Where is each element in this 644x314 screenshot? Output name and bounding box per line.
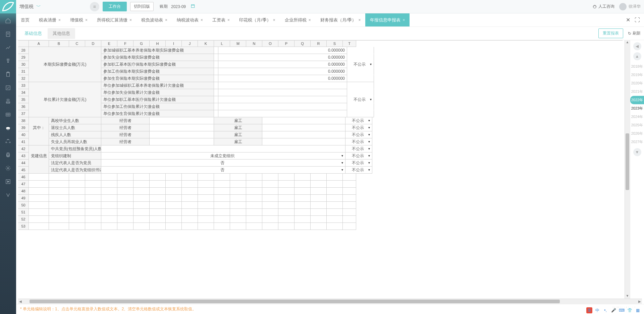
empty-cell[interactable] xyxy=(29,223,49,230)
empty-cell[interactable] xyxy=(246,181,262,188)
nav-clipboard-icon[interactable] xyxy=(0,68,16,80)
empty-cell[interactable] xyxy=(214,174,230,181)
empty-cell[interactable] xyxy=(150,209,166,216)
empty-cell[interactable] xyxy=(214,209,230,216)
ime-skin-icon[interactable]: 👕 xyxy=(627,307,633,313)
scroll-up-icon[interactable]: ▲ xyxy=(625,40,630,45)
empty-cell[interactable] xyxy=(150,188,166,195)
party-value-select[interactable]: 否▾ xyxy=(101,160,345,167)
publish-select[interactable]: 不公示▾ xyxy=(345,124,372,131)
value-cell[interactable] xyxy=(150,117,214,124)
empty-cell[interactable] xyxy=(262,174,278,181)
empty-cell[interactable] xyxy=(133,195,150,202)
row-header-47[interactable]: 47 xyxy=(18,181,29,188)
empty-cell[interactable] xyxy=(311,195,327,202)
empty-cell[interactable] xyxy=(117,181,133,188)
year-2019年[interactable]: 2019年 xyxy=(630,71,644,79)
empty-cell[interactable] xyxy=(327,216,343,223)
empty-cell[interactable] xyxy=(69,209,85,216)
empty-cell[interactable] xyxy=(343,195,356,202)
year-2022年[interactable]: 2022年 xyxy=(630,96,644,104)
empty-cell[interactable] xyxy=(246,202,262,209)
close-icon[interactable]: × xyxy=(58,18,61,22)
scroll-right-icon[interactable]: ▶ xyxy=(637,299,642,304)
empty-cell[interactable] xyxy=(166,174,182,181)
col-header-B[interactable]: B xyxy=(49,41,69,47)
empty-cell[interactable] xyxy=(182,209,198,216)
empty-cell[interactable] xyxy=(262,195,278,202)
close-icon[interactable]: × xyxy=(227,18,230,22)
party-value-select[interactable]: 否▾ xyxy=(101,167,345,174)
nav-table-icon[interactable] xyxy=(0,109,16,121)
empty-cell[interactable] xyxy=(85,188,101,195)
empty-cell[interactable] xyxy=(343,202,356,209)
tab-6[interactable]: 工资表× xyxy=(208,13,234,27)
spreadsheet[interactable]: ABCDEFGHIJKLMNOPQRST 28参加城镇职工基本养老保险本期实际缴… xyxy=(18,40,623,299)
empty-cell[interactable] xyxy=(198,188,214,195)
col-header-R[interactable]: R xyxy=(311,41,327,47)
gap[interactable] xyxy=(214,89,218,96)
tab-2[interactable]: 增值税× xyxy=(65,13,92,27)
empty-cell[interactable] xyxy=(198,202,214,209)
value-cell[interactable] xyxy=(262,131,345,138)
empty-cell[interactable] xyxy=(85,181,101,188)
ime-toolbar[interactable]: S 中 •, 🎤 ⌨ 👕 ▦ xyxy=(586,307,641,313)
empty-cell[interactable] xyxy=(262,202,278,209)
empty-cell[interactable] xyxy=(327,223,343,230)
nav-stamp-icon[interactable] xyxy=(0,95,16,107)
empty-cell[interactable] xyxy=(150,216,166,223)
empty-cell[interactable] xyxy=(29,195,49,202)
empty-cell[interactable] xyxy=(278,216,294,223)
col-header-P[interactable]: P xyxy=(278,41,294,47)
col-header-E[interactable]: E xyxy=(101,41,117,47)
list-toggle-button[interactable] xyxy=(90,2,99,11)
value-cell[interactable]: 0.000000 xyxy=(218,61,347,68)
value-cell[interactable] xyxy=(262,124,345,131)
empty-cell[interactable] xyxy=(133,181,150,188)
empty-cell[interactable] xyxy=(133,209,150,216)
empty-cell[interactable] xyxy=(327,188,343,195)
value-cell[interactable]: 0.000000 xyxy=(218,68,347,75)
close-icon[interactable]: × xyxy=(201,18,203,22)
nav-chart-icon[interactable] xyxy=(0,42,16,54)
close-icon[interactable]: × xyxy=(165,18,167,22)
publish-select[interactable]: 不公示▾ xyxy=(345,117,372,124)
empty-cell[interactable] xyxy=(311,202,327,209)
empty-cell[interactable] xyxy=(29,216,49,223)
row-header-44[interactable]: 44 xyxy=(18,160,29,167)
publish-select[interactable]: 不公示▾ xyxy=(345,160,372,167)
tab-1[interactable]: 税表清册× xyxy=(34,13,65,27)
publish-select[interactable]: 不公示▾ xyxy=(345,138,372,145)
empty-cell[interactable] xyxy=(327,181,343,188)
switch-old-button[interactable]: 切到旧版 xyxy=(130,2,154,11)
empty-cell[interactable] xyxy=(343,174,356,181)
row-header-34[interactable]: 34 xyxy=(18,89,29,96)
empty-cell[interactable] xyxy=(278,188,294,195)
empty-cell[interactable] xyxy=(166,202,182,209)
nav-home-icon[interactable] xyxy=(0,15,16,27)
empty-cell[interactable] xyxy=(49,174,69,181)
empty-cell[interactable] xyxy=(262,209,278,216)
row-header-53[interactable]: 53 xyxy=(18,223,29,230)
tab-4[interactable]: 税负波动表× xyxy=(137,13,172,27)
year-2025年[interactable]: 2025年 xyxy=(630,121,644,129)
empty-cell[interactable] xyxy=(166,209,182,216)
ime-mic-icon[interactable]: 🎤 xyxy=(610,307,616,313)
empty-cell[interactable] xyxy=(133,202,150,209)
empty-cell[interactable] xyxy=(198,195,214,202)
row-header-48[interactable]: 48 xyxy=(18,188,29,195)
row-header-46[interactable]: 46 xyxy=(18,174,29,181)
row-header-52[interactable]: 52 xyxy=(18,216,29,223)
gap[interactable] xyxy=(214,47,218,54)
ime-logo-icon[interactable]: S xyxy=(586,307,592,313)
empty-cell[interactable] xyxy=(69,174,85,181)
col-header-H[interactable]: H xyxy=(150,41,166,47)
empty-cell[interactable] xyxy=(150,202,166,209)
scroll-down-icon[interactable]: ▼ xyxy=(625,294,630,299)
empty-cell[interactable] xyxy=(246,174,262,181)
value-cell[interactable] xyxy=(218,82,347,89)
empty-cell[interactable] xyxy=(117,174,133,181)
empty-cell[interactable] xyxy=(294,188,311,195)
row-header-45[interactable]: 45 xyxy=(18,167,29,174)
horizontal-scrollbar[interactable]: ◀ ▶ xyxy=(18,299,642,304)
